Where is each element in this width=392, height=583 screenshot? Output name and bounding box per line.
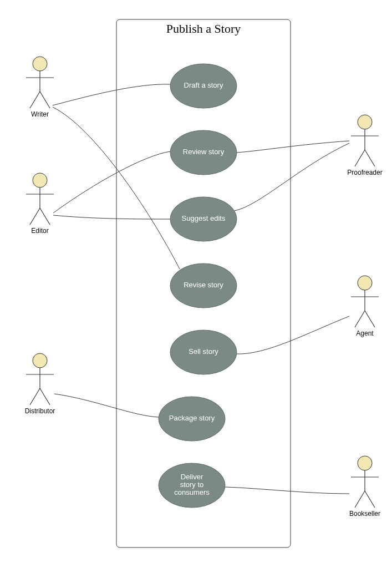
usecases-layer: Draft a storyReview storySuggest editsRe… [159, 64, 237, 508]
actor-leg-left [355, 491, 365, 508]
actor-leg-left [30, 388, 40, 405]
actor-proofreader: Proofreader [347, 115, 382, 176]
actor-label: Editor [31, 227, 48, 235]
connector-proofreader-review [237, 141, 349, 153]
usecase-label: Deliver [181, 473, 203, 481]
actor-head-icon [33, 57, 47, 71]
system-title: Publish a Story [166, 22, 241, 36]
actor-leg-right [40, 208, 50, 225]
actor-leg-right [40, 388, 50, 405]
actor-leg-right [40, 92, 50, 108]
usecase-label: Suggest edits [182, 214, 226, 222]
actor-bookseller: Bookseller [349, 456, 380, 518]
actor-distributor: Distributor [25, 353, 55, 415]
actor-head-icon [358, 276, 372, 290]
usecase-label: consumers [174, 488, 210, 496]
usecase-deliver: Deliverstory toconsumers [159, 463, 225, 508]
actor-label: Writer [31, 110, 49, 118]
usecase-review: Review story [170, 130, 237, 175]
usecase-sell: Sell story [170, 330, 237, 374]
connector-bookseller-deliver [225, 487, 349, 494]
actor-head-icon [33, 173, 47, 187]
actor-leg-right [365, 311, 375, 327]
usecase-draft: Draft a story [170, 64, 237, 108]
usecase-label: story to [180, 480, 204, 489]
usecase-label: Package story [169, 414, 215, 422]
actor-leg-right [365, 150, 375, 166]
usecase-suggest: Suggest edits [170, 197, 237, 241]
usecase-label: Draft a story [184, 81, 223, 89]
actor-writer: Writer [26, 57, 54, 118]
use-case-diagram: Publish a Story Draft a storyReview stor… [0, 0, 392, 583]
actor-head-icon [358, 115, 372, 129]
connector-distributor-package [54, 394, 159, 417]
actor-leg-left [30, 92, 40, 108]
actor-label: Agent [356, 329, 374, 337]
usecase-package: Package story [159, 397, 225, 441]
usecase-revise: Revise story [170, 263, 237, 308]
actor-label: Proofreader [347, 169, 382, 176]
connector-editor-review [53, 151, 170, 213]
usecase-label: Review story [183, 148, 225, 156]
actor-leg-left [355, 311, 365, 327]
connector-agent-sell [237, 316, 349, 354]
usecase-label: Revise story [184, 281, 223, 289]
usecase-label: Sell story [189, 347, 218, 356]
actor-label: Bookseller [349, 510, 380, 518]
actor-head-icon [358, 456, 372, 470]
actor-head-icon [33, 353, 47, 368]
actor-leg-right [365, 491, 375, 508]
connector-proofreader-suggest [235, 143, 349, 211]
actor-leg-left [355, 150, 365, 166]
connector-editor-suggest [53, 215, 170, 219]
actor-editor: Editor [26, 173, 54, 235]
actor-agent: Agent [351, 276, 379, 337]
actor-leg-left [30, 208, 40, 225]
actor-label: Distributor [25, 407, 55, 415]
connector-writer-draft [53, 84, 170, 105]
